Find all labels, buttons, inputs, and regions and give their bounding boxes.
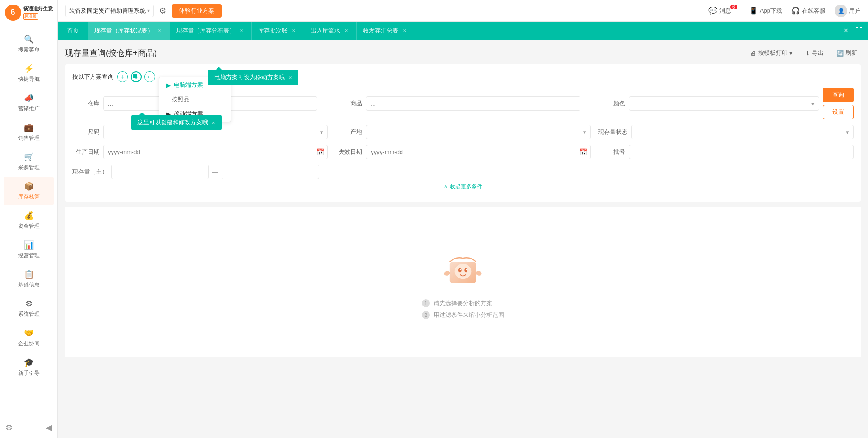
product-label: 商品 [335, 99, 362, 108]
collapse-sidebar-icon[interactable]: ◀ [46, 423, 52, 433]
tab-item-2[interactable]: 现存量（库存分布表） × [170, 22, 251, 40]
inventory-icon: 📦 [24, 181, 34, 191]
sidebar-item-search[interactable]: 🔍 搜索菜单 [4, 30, 54, 58]
tab-item-3[interactable]: 库存批次账 × [251, 22, 304, 40]
stock-status-select[interactable] [631, 125, 854, 139]
sidebar-item-enterprise[interactable]: 🤝 企业协同 [4, 324, 54, 352]
tab2-close-icon[interactable]: × [238, 27, 245, 34]
expiry-date-input[interactable] [366, 145, 590, 159]
tip-num-2: 2 [422, 311, 430, 319]
prod-date-calendar-icon[interactable]: 📅 [316, 148, 324, 155]
edit-tooltip: 这里可以创建和修改方案哦 × [131, 115, 222, 130]
stock-main-max-input[interactable] [222, 165, 319, 179]
finance-icon: 💰 [24, 211, 34, 221]
edit-scheme-btn[interactable]: ○ [131, 71, 142, 82]
reset-button[interactable]: 设置 [823, 105, 854, 119]
sidebar-item-guide[interactable]: 🎓 新手引导 [4, 353, 54, 381]
user-action[interactable]: 👤 用户 [835, 5, 861, 17]
logo-brand: 畅通道好生意 [23, 5, 53, 12]
refresh-btn[interactable]: 🔄 刷新 [833, 47, 861, 59]
sidebar-item-inventory-label: 库存核算 [18, 193, 40, 201]
sidebar-item-basic-label: 基础信息 [18, 281, 40, 289]
system-selector[interactable]: 装备及固定资产辅助管理系统 ▾ [65, 5, 154, 17]
logo-area: 6 畅通道好生意 标准版 [0, 0, 57, 25]
stock-main-min-input[interactable] [111, 165, 209, 179]
tab-item-5[interactable]: 收发存汇总表 × [356, 22, 415, 40]
logo-badge: 标准版 [23, 13, 38, 20]
tab3-close-icon[interactable]: × [290, 27, 297, 34]
message-action[interactable]: 💬 消息 6 [708, 6, 740, 15]
sidebar-item-operations[interactable]: 📊 经营管理 [4, 235, 54, 264]
add-scheme-btn[interactable]: + [117, 71, 128, 82]
sidebar-item-enterprise-label: 企业协同 [18, 340, 40, 348]
sidebar-item-system[interactable]: ⚙ 系统管理 [4, 294, 54, 323]
product-input[interactable] [366, 96, 580, 111]
sidebar-item-inventory[interactable]: 📦 库存核算 [4, 177, 54, 205]
tab-home[interactable]: 首页 [58, 22, 88, 40]
print-btn[interactable]: 🖨 按模板打印 ▾ [747, 47, 796, 59]
color-select[interactable] [629, 96, 819, 111]
app-download-action[interactable]: 📱 App下载 [749, 6, 782, 15]
origin-group: 产地 [335, 125, 590, 139]
warehouse-more-icon[interactable]: ··· [321, 99, 328, 108]
edit-tooltip-close-icon[interactable]: × [212, 119, 215, 126]
prod-date-group: 生产日期 📅 [72, 145, 328, 159]
page-title: 现存量查询(按仓库+商品) [65, 47, 157, 58]
tab-item-4[interactable]: 出入库流水 × [304, 22, 356, 40]
app-download-label: App下载 [760, 7, 782, 15]
experience-button[interactable]: 体验行业方案 [172, 4, 222, 18]
quicknav-icon: ⚡ [24, 64, 34, 74]
collapse-bar[interactable]: ∧ 收起更多条件 [72, 179, 854, 194]
batch-input[interactable] [629, 145, 854, 159]
back-icon: ← [146, 73, 153, 80]
origin-select-wrap [366, 125, 590, 139]
system-icon: ⚙ [25, 299, 33, 309]
tab1-close-icon[interactable]: × [156, 27, 163, 34]
filter-header: 按以下方案查询 + ○ ← [72, 71, 854, 82]
export-label: 导出 [812, 49, 824, 57]
sidebar-item-quicknav[interactable]: ⚡ 快捷导航 [4, 59, 54, 88]
batch-label: 批号 [598, 148, 625, 156]
sidebar-item-purchase[interactable]: 🛒 采购管理 [4, 147, 54, 176]
tab-close-all-icon[interactable]: × [842, 25, 850, 37]
edit-tooltip-text: 这里可以创建和修改方案哦 [137, 118, 208, 127]
sidebar-item-marketing[interactable]: 📣 营销推广 [4, 89, 54, 117]
product-more-icon[interactable]: ··· [584, 99, 591, 108]
print-label: 按模板打印 [758, 49, 788, 57]
filter-row-4: 现存量（主） — [72, 165, 854, 179]
tab-expand-icon[interactable]: ⛶ [854, 25, 864, 37]
size-label: 尺码 [72, 128, 99, 136]
scheme-sub-item[interactable]: 按照品 [159, 93, 231, 106]
tab-bar-right: × ⛶ [842, 25, 868, 37]
sidebar-item-basic[interactable]: 📋 基础信息 [4, 265, 54, 293]
collapse-icon: ∧ [443, 184, 448, 190]
refresh-label: 刷新 [845, 49, 857, 57]
sidebar-footer: ⚙ ◀ [0, 417, 57, 438]
sidebar: 6 畅通道好生意 标准版 🔍 搜索菜单 ⚡ 快捷导航 📣 营销推广 💼 销售管理… [0, 0, 58, 438]
expiry-date-calendar-icon[interactable]: 📅 [580, 148, 587, 155]
purchase-icon: 🛒 [24, 152, 34, 162]
export-btn[interactable]: ⬇ 导出 [802, 47, 827, 59]
nav-menu: 🔍 搜索菜单 ⚡ 快捷导航 📣 营销推广 💼 销售管理 🛒 采购管理 📦 库存核… [0, 25, 57, 417]
back-scheme-btn[interactable]: ← [144, 71, 155, 82]
settings-bottom-icon[interactable]: ⚙ [5, 423, 13, 433]
search-button[interactable]: 查询 [823, 88, 854, 102]
stock-status-label: 现存量状态 [598, 128, 627, 136]
prod-date-input-wrap: 📅 [103, 145, 328, 159]
origin-select[interactable] [366, 125, 590, 139]
settings-gear-icon[interactable]: ⚙ [159, 6, 166, 16]
tab-item-1[interactable]: 现存量（库存状况表） × [88, 22, 170, 40]
tab2-label: 现存量（库存分布表） [176, 27, 235, 35]
collapse-label: 收起更多条件 [450, 184, 482, 190]
sidebar-item-finance[interactable]: 💰 资金管理 [4, 206, 54, 235]
system-selector-arrow: ▾ [147, 8, 150, 13]
scheme-tooltip-close-icon[interactable]: × [288, 74, 292, 81]
tab4-close-icon[interactable]: × [343, 27, 350, 34]
tab5-close-icon[interactable]: × [401, 27, 408, 34]
stock-main-label: 现存量（主） [72, 168, 108, 176]
edit-tooltip-arrow [139, 112, 145, 115]
tip1-text: 请先选择要分析的方案 [434, 297, 492, 309]
sidebar-item-sales[interactable]: 💼 销售管理 [4, 118, 54, 146]
online-support-action[interactable]: 🎧 在线客服 [791, 6, 826, 15]
prod-date-input[interactable] [103, 145, 328, 159]
